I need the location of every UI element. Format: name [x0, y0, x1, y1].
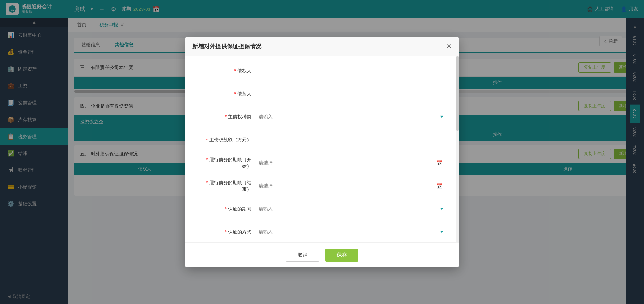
- label-baozheng-way: * 保证的方式: [200, 229, 257, 235]
- input-zhaiwuren[interactable]: [257, 89, 444, 99]
- form-row-lvxing-start: * 履行债务的期限（开始） 📅: [200, 156, 444, 170]
- dialog-body: * 债权人 * 债务人 * 主债权种: [185, 56, 459, 242]
- save-button[interactable]: 保存: [325, 249, 358, 262]
- dialog-footer: 取消 保存: [185, 242, 459, 267]
- input-zhuzhaiquanshue[interactable]: [257, 135, 444, 145]
- select-wrapper-zhuzhaiquanzhonglei: ▾: [257, 112, 444, 122]
- form-row-zhuzhaiquanzhonglei: * 主债权种类 ▾: [200, 110, 444, 124]
- input-zhaiquanren[interactable]: [257, 66, 444, 76]
- form-row-zhuzhaiquanshue: * 主债权数额（万元）: [200, 133, 444, 147]
- label-zhuzhaiquanzhonglei: * 主债权种类: [200, 114, 257, 120]
- form-row-zhaiquanren: * 债权人: [200, 64, 444, 78]
- dialog-body-wrapper: * 债权人 * 债务人 * 主债权种: [185, 56, 459, 242]
- label-lvxing-end: * 履行债务的期限（结束）: [200, 180, 257, 192]
- label-zhaiwuren: * 债务人: [200, 91, 257, 97]
- date-input-lvxing-end[interactable]: [257, 181, 434, 191]
- form-row-baozheng-period: * 保证的期间 ▾: [200, 202, 444, 216]
- label-baozheng-period: * 保证的期间: [200, 206, 257, 212]
- dialog-scrollbar-thumb: [456, 56, 459, 131]
- form-row-lvxing-end: * 履行债务的期限（结束） 📅: [200, 179, 444, 193]
- chevron-down-icon-baozheng-period[interactable]: ▾: [439, 204, 444, 213]
- label-zhaiquanren: * 债权人: [200, 68, 257, 74]
- date-wrapper-lvxing-end: 📅: [257, 181, 444, 191]
- dialog-scrollbar-track[interactable]: [456, 56, 459, 242]
- select-baozheng-period[interactable]: [257, 204, 439, 214]
- form-row-zhaiwuren: * 债务人: [200, 87, 444, 101]
- dialog-close-button[interactable]: ✕: [446, 43, 452, 50]
- select-wrapper-baozheng-period: ▾: [257, 204, 444, 214]
- dialog-overlay: 新增对外提供保证担保情况 ✕ * 债权人 * 债务人: [0, 0, 644, 304]
- select-wrapper-baozheng-way: ▾: [257, 227, 444, 237]
- chevron-down-icon-zhuzhaiquanzhonglei[interactable]: ▾: [439, 112, 444, 121]
- form-row-baozheng-way: * 保证的方式 ▾: [200, 225, 444, 239]
- calendar-icon-start[interactable]: 📅: [434, 158, 444, 168]
- calendar-icon-end[interactable]: 📅: [434, 181, 444, 191]
- dialog: 新增对外提供保证担保情况 ✕ * 债权人 * 债务人: [185, 37, 459, 267]
- select-zhuzhaiquanzhonglei[interactable]: [257, 112, 439, 122]
- select-baozheng-way[interactable]: [257, 227, 439, 237]
- date-wrapper-lvxing-start: 📅: [257, 158, 444, 168]
- label-zhuzhaiquanshue: * 主债权数额（万元）: [200, 137, 257, 143]
- date-input-lvxing-start[interactable]: [257, 158, 434, 168]
- chevron-down-icon-baozheng-way[interactable]: ▾: [439, 227, 444, 236]
- label-lvxing-start: * 履行债务的期限（开始）: [200, 156, 257, 169]
- cancel-button[interactable]: 取消: [286, 249, 319, 262]
- dialog-header: 新增对外提供保证担保情况 ✕: [185, 37, 459, 56]
- dialog-title: 新增对外提供保证担保情况: [192, 43, 261, 50]
